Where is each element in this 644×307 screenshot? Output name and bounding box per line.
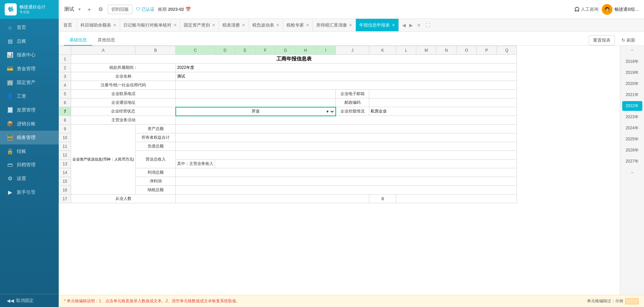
tab-assets[interactable]: 固定资产类别 ✕: [180, 19, 219, 32]
switch-old-version-button[interactable]: 切到旧版: [108, 5, 132, 14]
equity-value[interactable]: [176, 133, 517, 142]
sidebar-item-ledger[interactable]: ▤ 总账: [0, 34, 59, 48]
biz-status-value-cell[interactable]: 开业 ▼: [176, 107, 336, 116]
col-header-K[interactable]: K: [369, 46, 396, 55]
control-value-cell[interactable]: 私营企业: [369, 107, 517, 116]
employees-extra[interactable]: [396, 194, 517, 203]
tab-aux[interactable]: 科目辅助余额表 ✕: [77, 19, 120, 32]
col-header-M[interactable]: M: [416, 46, 436, 55]
biz-status-dropdown[interactable]: ▼: [324, 107, 335, 116]
year-2027[interactable]: 2027年: [622, 157, 642, 166]
tab-journal-label: 日记账与银行对账单核对: [123, 22, 171, 28]
reset-button[interactable]: 重置报表: [589, 35, 615, 45]
sidebar-item-funds[interactable]: 💳 资金管理: [0, 62, 59, 76]
profit-total-value[interactable]: [176, 168, 517, 177]
phone-value-cell[interactable]: [176, 90, 336, 98]
net-profit-value[interactable]: [176, 177, 517, 186]
sidebar-pin-toggle[interactable]: ◀◀ 取消固定: [0, 294, 59, 307]
topbar-dropdown-chevron[interactable]: ▼: [77, 7, 82, 12]
col-header-L[interactable]: L: [396, 46, 416, 55]
tab-income-close[interactable]: ✕: [349, 23, 352, 28]
postal-value-cell[interactable]: [369, 98, 517, 107]
col-header-H[interactable]: H: [296, 46, 316, 55]
employees-count[interactable]: 0: [369, 194, 396, 203]
year-2019[interactable]: 2019年: [622, 68, 642, 78]
col-header-F[interactable]: F: [255, 46, 275, 55]
tab-next-button[interactable]: ▶: [408, 22, 414, 29]
year-2026[interactable]: 2026年: [622, 145, 642, 155]
topbar-gear-button[interactable]: ⚙: [97, 6, 104, 12]
sheet-title-cell[interactable]: 工商年报信息表: [71, 55, 517, 63]
tab-taxcheck-close[interactable]: ✕: [306, 23, 309, 28]
col-header-J[interactable]: J: [336, 46, 369, 55]
main-biz-value-cell[interactable]: [176, 116, 517, 125]
sidebar-item-reports[interactable]: 📊 报表中心: [0, 48, 59, 62]
col-header-D[interactable]: D: [215, 46, 235, 55]
employees-value[interactable]: [176, 194, 369, 203]
support-button[interactable]: 🎧 人工咨询: [574, 6, 598, 12]
col-header-G[interactable]: G: [275, 46, 296, 55]
address-value-cell[interactable]: [176, 98, 336, 107]
col-header-N[interactable]: N: [436, 46, 457, 55]
sidebar-item-wages[interactable]: 👤 工资: [0, 89, 59, 103]
col-header-A[interactable]: A: [71, 46, 136, 55]
total-assets-value[interactable]: [176, 125, 517, 133]
refresh-button[interactable]: ↻ 刷新: [618, 36, 639, 45]
col-header-C[interactable]: C: [176, 46, 215, 55]
tab-annual[interactable]: 年报信息申报表 ✕: [356, 19, 399, 32]
sidebar-item-assets[interactable]: 🏢 固定资产: [0, 76, 59, 89]
tab-taxwave-close[interactable]: ✕: [276, 23, 279, 28]
sidebar-item-archive[interactable]: 🗃 归档管理: [0, 158, 59, 172]
company-name-value-cell[interactable]: 测试: [176, 72, 517, 81]
reg-num-value-cell[interactable]: [176, 81, 517, 90]
tab-taxwave[interactable]: 税负波动表 ✕: [249, 19, 283, 32]
sidebar-item-settings[interactable]: ⚙ 设置: [0, 172, 59, 185]
tax-period-value-cell[interactable]: 2022年度: [176, 63, 517, 72]
tab-expand-button[interactable]: ⛶: [424, 22, 432, 29]
col-header-Q[interactable]: Q: [497, 46, 517, 55]
sidebar-item-guide[interactable]: ▶ 新手引导: [0, 185, 59, 199]
sidebar-item-stock[interactable]: 📦 进销台账: [0, 117, 59, 131]
tab-journal-close[interactable]: ✕: [173, 23, 177, 28]
tab-taxcheck[interactable]: 税检专家 ✕: [283, 19, 313, 32]
tab-assets-close[interactable]: ✕: [212, 23, 215, 28]
tab-annual-close[interactable]: ✕: [392, 23, 395, 28]
year-2023[interactable]: 2023年: [622, 112, 642, 122]
sidebar-item-tax[interactable]: 🧮 税务管理: [0, 131, 59, 144]
year-2022[interactable]: 2022年: [622, 101, 642, 111]
tab-taxlist-close[interactable]: ✕: [242, 23, 245, 28]
revenue-value[interactable]: [176, 151, 517, 160]
tab-income[interactable]: 所得税汇算清缴 ✕: [313, 19, 356, 32]
sub-tab-other[interactable]: 其他信息: [92, 35, 120, 46]
year-scroll-down[interactable]: ⌄: [630, 167, 634, 176]
col-header-B[interactable]: B: [136, 46, 176, 55]
year-2020[interactable]: 2020年: [622, 79, 642, 89]
col-header-I[interactable]: I: [316, 46, 336, 55]
tab-taxlist[interactable]: 税表清册 ✕: [219, 19, 249, 32]
year-2025[interactable]: 2025年: [622, 134, 642, 144]
col-header-P[interactable]: P: [477, 46, 497, 55]
spreadsheet-container[interactable]: A B C D E F G H I J K L: [59, 46, 620, 295]
calendar-icon[interactable]: 📅: [185, 7, 191, 12]
col-header-E[interactable]: E: [235, 46, 255, 55]
liability-value[interactable]: [176, 142, 517, 151]
sidebar-item-closing[interactable]: 🔒 结账: [0, 144, 59, 158]
col-header-O[interactable]: O: [457, 46, 477, 55]
tab-aux-close[interactable]: ✕: [113, 23, 116, 28]
year-2018[interactable]: 2018年: [622, 57, 642, 67]
tax-total-value[interactable]: [176, 186, 517, 194]
tab-home[interactable]: 首页: [59, 19, 77, 32]
year-2021[interactable]: 2021年: [622, 90, 642, 100]
user-menu[interactable]: 🧑 畅捷通B组...: [602, 4, 639, 15]
tab-journal[interactable]: 日记账与银行对账单核对 ✕: [120, 19, 180, 32]
tab-prev-button[interactable]: ◀: [401, 22, 407, 29]
topbar-add-button[interactable]: ＋: [85, 5, 94, 13]
year-scroll-up[interactable]: ⌃: [630, 47, 634, 56]
sidebar-item-invoices[interactable]: 🧾 发票管理: [0, 103, 59, 117]
year-2024[interactable]: 2024年: [622, 123, 642, 133]
sub-tab-basic[interactable]: 基础信息: [64, 35, 92, 46]
email-value-cell[interactable]: [369, 90, 517, 98]
main-revenue-value[interactable]: [215, 160, 517, 168]
tab-close-all-button[interactable]: ✕: [415, 22, 423, 29]
sidebar-item-home[interactable]: ⌂ 首页: [0, 21, 59, 34]
